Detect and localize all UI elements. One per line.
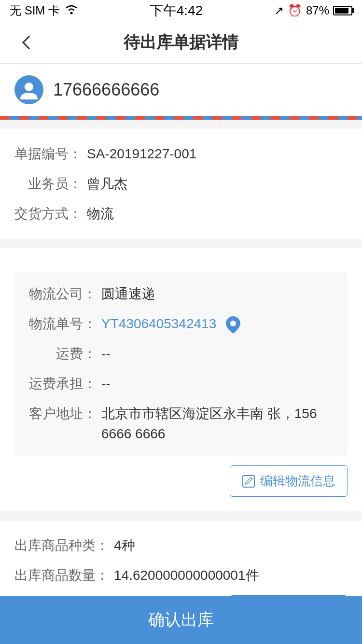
logistics-section: 物流公司： 圆通速递 物流单号： YT4306405342413 运费： -- …	[0, 248, 362, 511]
product-qty-label: 出库商品数量：	[14, 565, 109, 586]
order-number-label: 单据编号：	[14, 144, 82, 164]
logistics-company-row: 物流公司： 圆通速递	[29, 284, 333, 304]
edit-logistics-area: 编辑物流信息	[14, 465, 348, 497]
product-types-label: 出库商品种类：	[14, 535, 109, 556]
back-button[interactable]	[14, 28, 43, 57]
tracking-number-label: 物流单号：	[29, 314, 97, 334]
location-status-icon: ↗	[274, 4, 284, 17]
status-right: ↗ ⏰ 87%	[274, 4, 352, 17]
customer-header: 17666666666	[0, 64, 362, 116]
tracking-location-icon	[226, 316, 240, 334]
status-time: 下午4:42	[150, 1, 203, 20]
product-types-row: 出库商品种类： 4种	[14, 535, 348, 556]
tracking-number-value: YT4306405342413	[97, 314, 333, 334]
edit-logistics-label: 编辑物流信息	[260, 473, 335, 490]
order-number-row: 单据编号： SA-20191227-001	[14, 144, 348, 164]
battery-percent: 87%	[306, 4, 329, 17]
confirm-bar[interactable]: 确认出库	[0, 596, 362, 644]
freight-value: --	[97, 344, 333, 364]
freight-label: 运费：	[29, 344, 97, 364]
freight-bearer-label: 运费承担：	[29, 374, 97, 394]
basic-info-section: 单据编号： SA-20191227-001 业务员： 曾凡杰 交货方式： 物流	[0, 129, 362, 238]
svg-point-2	[230, 321, 236, 326]
edit-icon	[242, 475, 255, 488]
logistics-card: 物流公司： 圆通速递 物流单号： YT4306405342413 运费： -- …	[14, 272, 348, 456]
dashed-divider	[0, 116, 362, 120]
freight-row: 运费： --	[29, 344, 333, 364]
status-bar: 无 SIM 卡 下午4:42 ↗ ⏰ 87%	[0, 0, 362, 21]
status-left: 无 SIM 卡	[10, 3, 78, 18]
person-icon	[19, 80, 39, 99]
confirm-button-label: 确认出库	[148, 609, 214, 631]
customer-address-row: 客户地址： 北京市市辖区海淀区永丰南 张，156 6666 6666	[29, 404, 333, 444]
freight-bearer-row: 运费承担： --	[29, 374, 333, 394]
battery-icon	[333, 6, 352, 15]
delivery-method-value: 物流	[82, 204, 348, 224]
delivery-method-row: 交货方式： 物流	[14, 204, 348, 224]
customer-phone: 17666666666	[53, 80, 159, 100]
logistics-company-value: 圆通速递	[97, 284, 333, 304]
product-qty-value: 14.620000000000001件	[109, 565, 348, 586]
back-arrow-icon	[22, 35, 36, 49]
customer-address-value: 北京市市辖区海淀区永丰南 张，156 6666 6666	[97, 404, 333, 444]
salesperson-value: 曾凡杰	[82, 174, 348, 194]
svg-rect-3	[243, 476, 254, 487]
delivery-method-label: 交货方式：	[14, 204, 82, 224]
avatar	[14, 75, 43, 104]
product-qty-row: 出库商品数量： 14.620000000000001件	[14, 565, 348, 586]
edit-logistics-button[interactable]: 编辑物流信息	[230, 465, 348, 497]
order-number-value: SA-20191227-001	[82, 144, 348, 164]
product-types-value: 4种	[109, 535, 348, 556]
carrier-text: 无 SIM 卡	[10, 3, 60, 18]
salesperson-label: 业务员：	[14, 174, 82, 194]
wifi-icon	[65, 4, 78, 17]
freight-bearer-value: --	[97, 374, 333, 394]
svg-point-0	[70, 12, 73, 14]
nav-bar: 待出库单据详情	[0, 21, 362, 64]
logistics-company-label: 物流公司：	[29, 284, 97, 304]
page-title: 待出库单据详情	[43, 31, 319, 54]
customer-address-label: 客户地址：	[29, 404, 97, 424]
tracking-number-row: 物流单号： YT4306405342413	[29, 314, 333, 334]
salesperson-row: 业务员： 曾凡杰	[14, 174, 348, 194]
alarm-status-icon: ⏰	[288, 4, 302, 17]
svg-point-1	[25, 83, 33, 91]
